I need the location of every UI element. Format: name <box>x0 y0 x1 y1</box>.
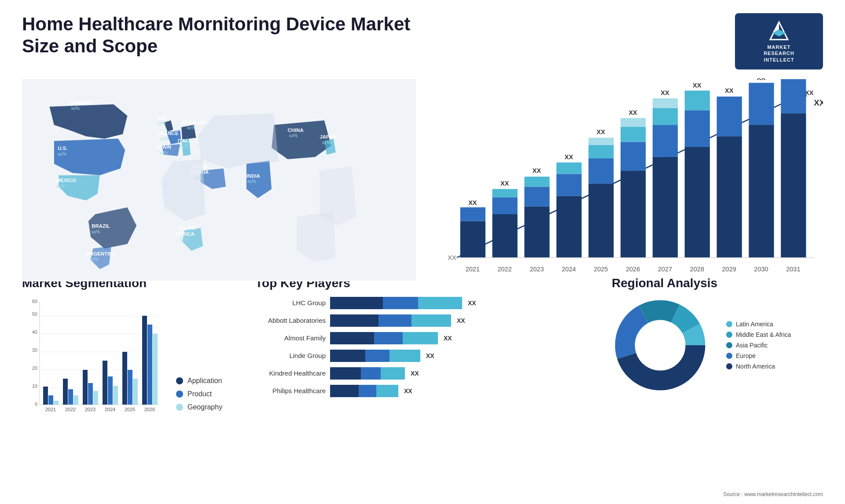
regional-dot-mea <box>726 332 732 338</box>
svg-text:CANADA: CANADA <box>70 100 92 105</box>
player-name-kindred: Kindred Healthcare <box>255 369 326 377</box>
svg-text:2023: 2023 <box>529 266 544 273</box>
svg-rect-59 <box>588 183 614 258</box>
svg-text:2021: 2021 <box>466 266 480 273</box>
regional-label-apac: Asia Pacific <box>736 342 768 349</box>
svg-rect-41 <box>460 207 485 221</box>
svg-rect-129 <box>142 316 147 405</box>
svg-text:2025: 2025 <box>125 407 135 412</box>
world-map: CANADA xx% U.S. xx% MEXICO xx% BRAZIL xx… <box>22 78 416 281</box>
svg-text:xx%: xx% <box>157 121 166 126</box>
svg-rect-117 <box>83 370 88 405</box>
svg-rect-66 <box>621 142 646 171</box>
svg-text:XX: XX <box>628 109 637 116</box>
legend-dot-application <box>176 377 183 384</box>
player-name-almost: Almost Family <box>255 334 326 342</box>
legend-dot-geography <box>176 404 183 411</box>
svg-text:XX: XX <box>565 153 573 161</box>
legend-label-application: Application <box>187 377 222 385</box>
svg-text:xx%: xx% <box>187 125 196 130</box>
player-bar-almost: XX <box>330 332 599 344</box>
regional-middle-east: Middle East & Africa <box>726 331 791 338</box>
page-container: Home Healthcare Mornitoring Device Marke… <box>0 0 845 504</box>
svg-rect-71 <box>653 157 678 258</box>
svg-text:XX: XX <box>814 98 823 107</box>
bar-chart: XX XX XX 2021 XX 2022 XX <box>429 78 823 281</box>
svg-rect-127 <box>133 379 138 405</box>
logo-area: MARKET RESEARCH INTELLECT <box>735 13 823 69</box>
svg-text:2031: 2031 <box>786 266 800 273</box>
svg-text:20: 20 <box>32 365 37 371</box>
logo-text: MARKET RESEARCH INTELLECT <box>764 44 794 63</box>
svg-text:xx%: xx% <box>56 184 65 189</box>
svg-text:XX: XX <box>597 128 606 135</box>
svg-text:XX: XX <box>468 199 477 206</box>
source-text: Source : www.marketresearchintellect.com <box>723 491 823 497</box>
svg-text:ITALY: ITALY <box>178 138 192 143</box>
svg-text:AFRICA: AFRICA <box>176 231 195 237</box>
svg-text:2022: 2022 <box>65 407 76 412</box>
svg-text:2022: 2022 <box>498 266 512 273</box>
svg-text:MEXICO: MEXICO <box>56 178 76 183</box>
player-bar-visual-kindred <box>330 367 405 380</box>
svg-rect-46 <box>492 189 518 197</box>
player-name-linde: Linde Group <box>255 352 326 359</box>
svg-rect-40 <box>460 221 485 258</box>
legend-label-geography: Geography <box>187 403 222 411</box>
donut-chart <box>612 297 709 394</box>
svg-rect-73 <box>653 108 678 125</box>
svg-text:INDIA: INDIA <box>246 173 260 179</box>
svg-text:2024: 2024 <box>105 407 115 412</box>
players-col: Top Key Players LHC Group XX Ab <box>255 276 599 420</box>
svg-rect-44 <box>492 214 518 258</box>
svg-text:U.K.: U.K. <box>157 115 167 120</box>
player-bar-linde: XX <box>330 350 599 362</box>
player-value-almost: XX <box>444 335 452 342</box>
legend-label-product: Product <box>187 390 212 398</box>
bottom-section: Market Segmentation 0 10 20 30 40 50 60 <box>22 276 823 420</box>
svg-text:GERMANY: GERMANY <box>181 120 207 125</box>
seg-legend: Application Product Geography <box>176 377 222 420</box>
regional-dot-europe <box>726 353 732 359</box>
svg-text:60: 60 <box>32 299 37 304</box>
player-value-philips: XX <box>404 387 412 394</box>
svg-text:2021: 2021 <box>45 407 56 412</box>
player-bar-visual-philips <box>330 385 398 397</box>
svg-text:ARGENTINA: ARGENTINA <box>86 251 116 256</box>
svg-rect-74 <box>653 99 678 108</box>
svg-text:2026: 2026 <box>144 407 155 412</box>
svg-point-138 <box>636 321 684 369</box>
regional-asia-pacific: Asia Pacific <box>726 342 791 349</box>
svg-text:XX: XX <box>725 87 734 94</box>
player-value-kindred: XX <box>411 370 419 377</box>
player-value-abbott: XX <box>457 317 465 324</box>
segmentation-col: Market Segmentation 0 10 20 30 40 50 60 <box>22 276 242 420</box>
svg-rect-78 <box>685 110 710 147</box>
svg-rect-83 <box>717 96 742 136</box>
regional-layout: Latin America Middle East & Africa Asia … <box>612 297 823 394</box>
player-bar-philips: XX <box>330 385 599 397</box>
player-row-abbott: Abbott Laboratories XX <box>255 314 599 327</box>
player-bar-visual-abbott <box>330 314 451 327</box>
svg-text:2028: 2028 <box>690 266 704 273</box>
player-bar-kindred: XX <box>330 367 599 380</box>
svg-rect-91 <box>781 79 806 113</box>
svg-text:xx%: xx% <box>90 257 99 262</box>
regional-label-europe: Europe <box>736 352 756 359</box>
svg-text:xx%: xx% <box>180 144 188 149</box>
svg-text:xx%: xx% <box>180 237 189 242</box>
svg-text:2024: 2024 <box>562 266 576 273</box>
svg-text:XX: XX <box>757 78 766 81</box>
svg-rect-49 <box>524 206 549 258</box>
logo-icon <box>768 20 790 42</box>
svg-rect-122 <box>108 376 113 405</box>
svg-text:2023: 2023 <box>85 407 96 412</box>
svg-rect-114 <box>68 389 73 405</box>
regional-col: Regional Analysis <box>612 276 823 420</box>
svg-rect-72 <box>653 125 678 157</box>
player-bar-visual-lhc <box>330 297 462 309</box>
svg-text:U.S.: U.S. <box>58 146 67 151</box>
player-value-lhc: XX <box>468 299 476 307</box>
svg-rect-119 <box>93 391 98 405</box>
svg-rect-54 <box>556 196 581 257</box>
